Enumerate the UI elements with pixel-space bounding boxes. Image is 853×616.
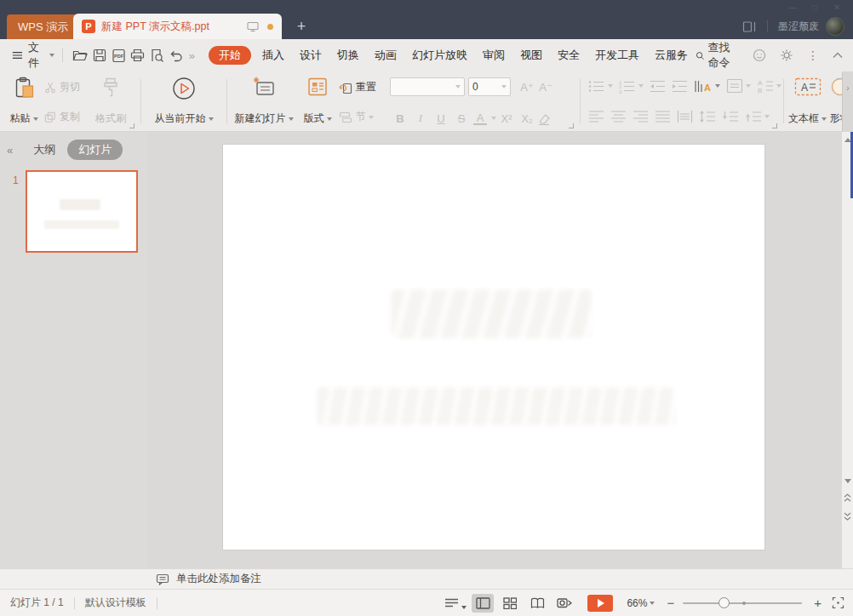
tab-design[interactable]: 设计 xyxy=(292,45,329,66)
monitor-icon[interactable] xyxy=(247,21,259,32)
more-commands-button[interactable]: » xyxy=(186,49,198,62)
main-area: « 大纲 幻灯片 1 xyxy=(0,132,853,568)
tab-home[interactable]: 开始 xyxy=(209,46,251,65)
export-pdf-button[interactable]: PDF xyxy=(109,45,128,66)
format-painter-icon xyxy=(101,77,120,99)
tab-review[interactable]: 审阅 xyxy=(475,45,512,66)
paragraph-spacing-icon xyxy=(722,110,739,123)
zoom-level[interactable]: 66% xyxy=(627,597,655,609)
section-button: 节 xyxy=(339,110,386,124)
section-icon xyxy=(339,111,352,123)
distribute-text-icon xyxy=(677,110,693,123)
dialog-launcher-icon[interactable] xyxy=(772,123,777,128)
scroll-down-icon[interactable] xyxy=(844,479,851,483)
save-button[interactable] xyxy=(90,45,109,66)
new-slide-button[interactable]: 新建幻灯片 xyxy=(232,77,296,131)
zoom-value: 66% xyxy=(627,597,647,609)
text-direction-icon: A xyxy=(694,79,720,94)
tab-slides[interactable]: 幻灯片 xyxy=(67,140,123,160)
tab-slideshow[interactable]: 幻灯片放映 xyxy=(404,45,475,66)
font-group: 0 A⁺ A⁻ B I U S A X² X₂ xyxy=(386,71,575,131)
slide[interactable] xyxy=(223,145,764,550)
cut-label: 剪切 xyxy=(60,80,80,94)
numbered-list-icon: 123 xyxy=(619,79,644,94)
normal-view-button[interactable] xyxy=(472,594,494,613)
cut-button: 剪切 xyxy=(44,80,92,94)
slideshow-view-button[interactable] xyxy=(553,594,575,613)
toolbar-expand-strip[interactable]: › xyxy=(842,71,853,131)
zoom-slider[interactable] xyxy=(683,597,802,609)
reading-view-button[interactable] xyxy=(526,594,548,613)
svg-text:B: B xyxy=(758,87,762,94)
document-tab[interactable]: P 新建 PPT 演示文稿.ppt xyxy=(73,14,282,39)
hamburger-icon xyxy=(12,50,23,60)
zoom-in-button[interactable]: + xyxy=(814,597,822,609)
vertical-scrollbar[interactable] xyxy=(841,132,853,568)
zoom-slider-thumb[interactable] xyxy=(718,597,730,608)
zoom-slider-tick xyxy=(742,602,746,605)
dialog-launcher-icon[interactable] xyxy=(129,123,135,128)
next-slide-icon[interactable] xyxy=(844,512,851,521)
avatar[interactable] xyxy=(826,17,844,36)
previous-slide-icon[interactable] xyxy=(844,493,851,502)
maximize-button[interactable]: □ xyxy=(804,1,826,14)
print-preview-button[interactable] xyxy=(147,45,166,66)
tab-cloud[interactable]: 云服务 xyxy=(647,45,696,66)
italic-button: I xyxy=(410,111,431,125)
menubar-divider xyxy=(62,48,63,62)
file-menu-button[interactable]: 文件 xyxy=(12,40,54,71)
decrease-indent-icon xyxy=(650,79,666,94)
line-spacing-icon xyxy=(699,110,716,123)
find-command-button[interactable]: 查找命令 xyxy=(696,40,739,71)
dialog-launcher-icon[interactable] xyxy=(569,123,574,128)
font-name-combo[interactable] xyxy=(390,77,465,96)
paste-button[interactable]: 粘贴 xyxy=(3,77,44,131)
kebab-menu-icon[interactable]: ⋮ xyxy=(807,48,819,62)
print-button[interactable] xyxy=(128,45,146,66)
username[interactable]: 墨涩颓废 xyxy=(778,20,819,34)
play-slideshow-button[interactable] xyxy=(587,595,613,612)
collapse-ribbon-icon[interactable] xyxy=(833,52,843,59)
new-tab-button[interactable]: + xyxy=(293,18,310,35)
tab-outline[interactable]: 大纲 xyxy=(33,142,55,157)
tab-insert[interactable]: 插入 xyxy=(255,45,292,66)
notes-toggle-button[interactable] xyxy=(444,597,467,609)
minimize-button[interactable]: — xyxy=(781,1,804,14)
undo-button[interactable] xyxy=(166,45,185,66)
statusbar-divider xyxy=(157,597,157,609)
slide-thumbnail[interactable] xyxy=(26,170,138,253)
tab-security[interactable]: 安全 xyxy=(550,45,587,66)
collapse-panel-icon[interactable]: « xyxy=(7,144,13,157)
feedback-icon[interactable] xyxy=(753,48,766,62)
tab-devtools[interactable]: 开发工具 xyxy=(587,45,647,66)
tab-view[interactable]: 视图 xyxy=(512,45,550,66)
layout-button[interactable]: 版式 xyxy=(296,77,339,131)
slide-watermark-subtitle xyxy=(317,387,676,425)
notes-bar[interactable]: 单击此处添加备注 xyxy=(0,568,853,589)
tab-transition[interactable]: 切换 xyxy=(329,45,367,66)
slide-sorter-button[interactable] xyxy=(499,594,521,613)
wps-app-button[interactable]: WPS 演示 xyxy=(7,14,79,39)
fit-to-window-button[interactable] xyxy=(832,596,844,609)
slideshow-group: 从当前开始 xyxy=(146,71,222,131)
layout-label: 版式 xyxy=(304,111,324,126)
zoom-out-button[interactable]: − xyxy=(667,597,674,609)
ribbon-tabs: 开始 插入 设计 切换 动画 幻灯片放映 审阅 视图 安全 开发工具 云服务 xyxy=(205,45,696,66)
close-button[interactable]: ✕ xyxy=(826,1,848,14)
notes-placeholder: 单击此处添加备注 xyxy=(176,572,261,586)
thumbnail-watermark-line xyxy=(44,220,119,229)
spacing-options-icon xyxy=(745,110,770,123)
window-controls: — □ ✕ xyxy=(781,1,848,14)
template-name[interactable]: 默认设计模板 xyxy=(85,596,146,610)
play-from-current-button[interactable]: 从当前开始 xyxy=(155,77,214,131)
slide-canvas[interactable] xyxy=(146,132,841,568)
open-file-button[interactable] xyxy=(71,45,89,66)
font-size-combo[interactable]: 0 xyxy=(468,77,511,96)
reset-button[interactable]: 重置 xyxy=(339,80,386,94)
copy-button: 复制 xyxy=(44,110,92,124)
dock-window-icon[interactable] xyxy=(742,20,757,33)
notes-lines-icon xyxy=(444,597,459,609)
tab-animation[interactable]: 动画 xyxy=(367,45,404,66)
textbox-button[interactable]: A 文本框 xyxy=(788,77,827,131)
settings-gear-icon[interactable] xyxy=(780,48,793,62)
